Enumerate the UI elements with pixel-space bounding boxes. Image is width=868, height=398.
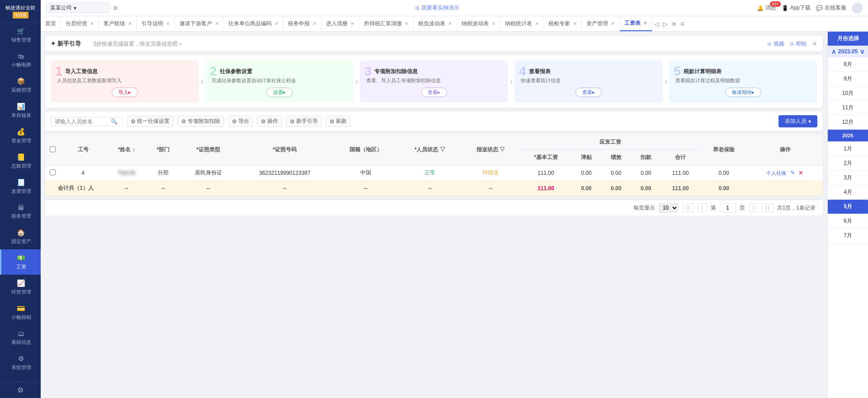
sidebar-item-system[interactable]: ⚙系统管理 — [0, 350, 41, 375]
step-btn-1[interactable]: 导入▸ — [112, 88, 138, 97]
search-input[interactable] — [55, 118, 109, 125]
page-input[interactable] — [720, 203, 736, 212]
step-btn-3[interactable]: 查看▸ — [421, 88, 447, 97]
toolbar-action-3[interactable]: ⚙操作 — [257, 116, 282, 127]
next-page-button[interactable]: ⟩ — [749, 203, 758, 212]
tab-14[interactable]: 工资表✕ — [620, 16, 652, 31]
app-download-button[interactable]: 📱 App下载 — [782, 4, 811, 12]
settings-icon[interactable]: ⚙ — [17, 386, 24, 394]
month-item-prev-9月[interactable]: 9月 — [828, 72, 868, 86]
sidebar-item-invoice[interactable]: 🧾发票管理 — [0, 174, 41, 199]
tab-10[interactable]: 纳税波动表✕ — [457, 16, 500, 31]
select-all-checkbox[interactable] — [50, 146, 56, 152]
step-arrow-3: › — [663, 77, 669, 86]
month-item-6月[interactable]: 6月 — [828, 214, 868, 229]
step-btn-4[interactable]: 查看▸ — [576, 88, 602, 97]
edit-icon[interactable]: ✎ — [790, 169, 795, 176]
tab-close-icon[interactable]: ✕ — [535, 21, 539, 27]
tab-8[interactable]: 所得税汇算清缴✕ — [359, 16, 414, 31]
year-up-btn[interactable]: ∧ — [830, 48, 838, 55]
tab-close-icon[interactable]: ✕ — [312, 21, 316, 27]
toolbar-action-1[interactable]: ⚙专项附加扣除 — [177, 116, 224, 127]
online-service-button[interactable]: 💬 在线客服 — [816, 4, 846, 12]
sidebar-item-ecommerce[interactable]: 🛍小畅电商 — [0, 48, 41, 73]
tab-13[interactable]: 资产管理✕ — [582, 16, 620, 31]
month-item-2月[interactable]: 2月 — [828, 156, 868, 171]
month-item-prev-11月[interactable]: 11月 — [828, 101, 868, 115]
company-selector[interactable]: 某某公司 ▾ — [46, 3, 109, 13]
first-page-button[interactable]: ⟨⟨ — [682, 203, 694, 212]
tab-nav-btn-1[interactable]: ▷ — [661, 20, 670, 28]
step-btn-5[interactable]: 敬请期待▸ — [725, 88, 761, 97]
sidebar-item-expense[interactable]: 💳小畅报销 — [0, 300, 41, 325]
step-btn-2[interactable]: 设置▸ — [266, 88, 292, 97]
tab-close-icon[interactable]: ✕ — [128, 21, 132, 27]
month-item-3月[interactable]: 3月 — [828, 171, 868, 185]
tab-close-icon[interactable]: ✕ — [350, 21, 354, 27]
notice-button[interactable]: 🔔 消息 99+ — [757, 4, 776, 12]
sidebar-item-purchase[interactable]: 📦采购管理 — [0, 73, 41, 98]
tab-4[interactable]: 邀请下游客户✕ — [175, 16, 224, 31]
tab-close-icon[interactable]: ✕ — [611, 21, 615, 27]
delete-icon[interactable]: ✕ — [798, 169, 803, 176]
row-checkbox[interactable] — [50, 169, 56, 175]
month-item-prev-10月[interactable]: 10月 — [828, 86, 868, 101]
month-item-7月[interactable]: 7月 — [828, 229, 868, 243]
sidebar-item-tax[interactable]: 🏛税务管理 — [0, 199, 41, 224]
tab-close-icon[interactable]: ✕ — [274, 21, 278, 27]
add-employee-button[interactable]: 添加人员 ▾ — [778, 115, 817, 127]
tab-2[interactable]: 客户联络✕ — [99, 16, 137, 31]
sidebar-item-basic[interactable]: 🗂基础信息 — [0, 325, 41, 350]
tab-nav-btn-3[interactable]: ≡ — [679, 20, 686, 28]
month-item-4月[interactable]: 4月 — [828, 185, 868, 200]
settings-icon-top[interactable]: ⚙ — [113, 5, 118, 11]
tab-1[interactable]: 分层经营✕ — [61, 16, 99, 31]
guide-help-link[interactable]: ⊙ 帮助 — [790, 40, 807, 48]
tab-close-icon[interactable]: ✕ — [573, 21, 577, 27]
toolbar-action-2[interactable]: ⚙导出 — [228, 116, 253, 127]
tab-5[interactable]: 往来单位商品编码✕ — [224, 16, 283, 31]
tab-9[interactable]: 税负波动表✕ — [414, 16, 457, 31]
tab-nav-btn-2[interactable]: ✕ — [670, 20, 679, 28]
sidebar-item-inventory[interactable]: 📊库存核算 — [0, 98, 41, 123]
sidebar-item-ledger[interactable]: 📒总账管理 — [0, 149, 41, 174]
prev-page-button[interactable]: ⟨ — [698, 203, 707, 212]
month-item-prev-12月[interactable]: 12月 — [828, 115, 868, 130]
tab-close-icon[interactable]: ✕ — [491, 21, 495, 27]
tab-11[interactable]: 纳税统计表✕ — [500, 16, 544, 31]
last-page-button[interactable]: ⟩⟩ — [762, 203, 774, 212]
month-item-1月[interactable]: 1月 — [828, 142, 868, 156]
tab-6[interactable]: 税务申报✕ — [283, 16, 321, 31]
personal-insurance-link[interactable]: 个人社保 — [766, 170, 786, 176]
tab-nav-btn-0[interactable]: ◁ — [652, 20, 661, 28]
tab-close-icon[interactable]: ✕ — [215, 21, 219, 27]
sidebar-item-operation[interactable]: 📈经营管理 — [0, 275, 41, 300]
page-size-select[interactable]: 10 20 50 — [659, 203, 679, 213]
tab-close-icon[interactable]: ✕ — [643, 20, 647, 26]
sidebar-item-salary[interactable]: 💵工资 — [0, 249, 41, 275]
toolbar-action-0[interactable]: ⚙统一社保设置 — [127, 116, 174, 127]
guide-close-icon[interactable]: ✕ — [812, 40, 817, 47]
tab-close-icon[interactable]: ✕ — [448, 21, 452, 27]
toolbar-action-5[interactable]: ⚙刷新 — [326, 116, 351, 127]
year-down-btn[interactable]: ∨ — [858, 48, 866, 55]
month-item-prev-8月[interactable]: 8月 — [828, 57, 868, 72]
tab-0[interactable]: 首页 — [41, 16, 61, 31]
sidebar-item-sales[interactable]: 🛒销售管理 — [0, 23, 41, 48]
tab-close-icon[interactable]: ✕ — [166, 21, 170, 27]
guide-video-link[interactable]: ⊙ 视频 — [767, 40, 784, 48]
sidebar-item-label: 资金管理 — [11, 137, 31, 144]
sidebar-item-capital[interactable]: 💰资金管理 — [0, 123, 41, 149]
sidebar-item-collab[interactable]: 🤝企业协同 — [0, 375, 41, 382]
toolbar-action-4[interactable]: ⚙新手引导 — [286, 116, 322, 127]
month-item-5月[interactable]: 5月 — [828, 200, 868, 214]
sidebar-item-assets[interactable]: 🏠固定资产 — [0, 224, 41, 249]
tab-close-icon[interactable]: ✕ — [90, 21, 94, 27]
tab-close-icon[interactable]: ✕ — [405, 21, 409, 27]
tab-3[interactable]: 引导说明✕ — [137, 16, 175, 31]
tab-7[interactable]: 进入清册✕ — [321, 16, 359, 31]
employee-name[interactable]: THA Ri — [118, 170, 135, 176]
avatar[interactable] — [852, 3, 863, 14]
demo-link[interactable]: ⊙ 我要看实例演示 — [415, 4, 459, 12]
tab-12[interactable]: 税检专家✕ — [544, 16, 582, 31]
